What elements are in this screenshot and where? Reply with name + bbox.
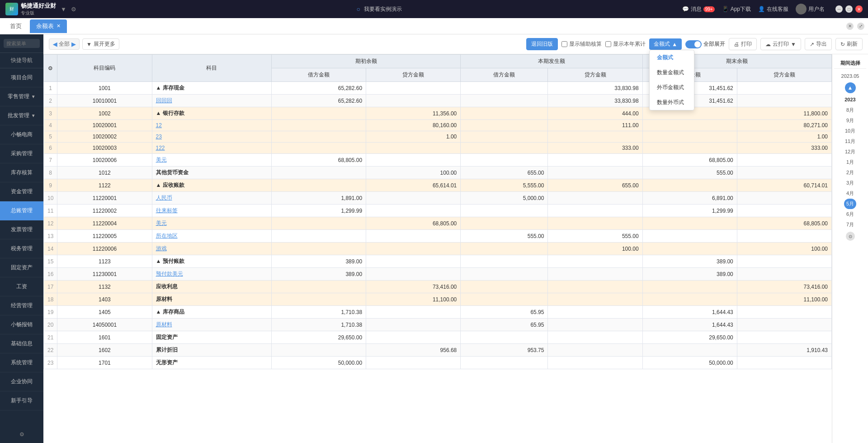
table-row-name[interactable]: ▲ 预付账款 [152,255,271,268]
sidebar-item-purchase[interactable]: 采购管理 [0,144,43,163]
sidebar-item-wholesale[interactable]: 批发管理 ▼ [0,106,43,125]
table-row-name[interactable]: 回回回 [152,95,271,107]
table-row-cb-credit: 60,714.01 [737,179,831,192]
back-old-version-btn[interactable]: 退回旧版 [526,38,558,50]
minimize-btn[interactable]: ─ [835,5,843,13]
format-option-qty-foreign[interactable]: 数量外币式 [650,95,694,110]
table-row-name[interactable]: 所在地区 [152,230,271,243]
table-row-name[interactable]: 12 [152,120,271,131]
table-row-name[interactable]: 原材料 [152,319,271,331]
sidebar-item-retail[interactable]: 零售管理 ▼ [0,87,43,106]
user-info-btn[interactable]: 用户名 [796,4,825,14]
settings-icon[interactable]: ⚙ [71,6,76,13]
show-ytd-checkbox[interactable]: 显示本年累计 [605,40,646,48]
table-row-ob-debit [271,131,366,143]
table-row-pd-credit [548,217,642,230]
month-item-7月[interactable]: 7月 [844,219,856,230]
table-row-name[interactable]: 应收利息 [152,281,271,293]
expand-more-btn[interactable]: ▼ 展开更多 [82,38,119,50]
sidebar-item-report[interactable]: 小畅报销 [0,315,43,334]
table-row-name[interactable]: 累计折旧 [152,344,271,357]
close-btn[interactable]: ✕ [855,5,863,13]
sidebar-item-ops[interactable]: 经营管理 [0,296,43,315]
demo-link[interactable]: 我要看实例演示 [364,5,402,13]
month-item-6月[interactable]: 6月 [844,209,856,219]
sidebar-settings-btn[interactable]: ⚙ [0,426,43,443]
table-row-name[interactable]: 人民币 [152,192,271,205]
table-row-name[interactable]: 预付款美元 [152,268,271,281]
tab-home[interactable]: 首页 [4,19,28,33]
table-row-ob-debit: 1,299.99 [271,205,366,217]
table-row-name[interactable]: 23 [152,131,271,143]
month-item-10月[interactable]: 10月 [844,126,856,136]
table-row-name[interactable]: 游戏 [152,243,271,255]
table-row-ob-credit [366,154,461,167]
month-item-9月[interactable]: 9月 [844,115,856,126]
table-row-name[interactable]: ▲ 应收账款 [152,179,271,192]
tab-fullscreen-btn[interactable]: ⤢ [857,23,864,30]
sidebar-item-project[interactable]: 项目合同 [0,68,43,87]
format-dropdown-btn[interactable]: 金额式 ▲ [649,38,682,50]
table-row-name[interactable]: 美元 [152,154,271,167]
window-dropdown[interactable]: ▼ [61,6,66,13]
show-assist-checkbox[interactable]: 显示辅助核算 [561,40,602,48]
sidebar-item-guide[interactable]: 新手引导 [0,391,43,410]
sidebar-item-tax[interactable]: 税务管理 [0,239,43,258]
online-service-btn[interactable]: 👤 在线客服 [758,5,788,13]
expand-all-toggle[interactable] [685,40,702,48]
breadcrumb: ◀ 全部 ▶ [49,38,80,50]
tab-balance[interactable]: 余额表 ✕ [30,19,67,33]
month-item-5月[interactable]: 5月 [844,199,856,209]
search-input[interactable] [4,39,40,48]
sidebar-item-ecommerce[interactable]: 小畅电商 [0,125,43,144]
table-row-name[interactable]: ▲ 银行存款 [152,107,271,120]
table-row-name[interactable]: 往来标签 [152,205,271,217]
toolbar: ◀ 全部 ▶ ▼ 展开更多 退回旧版 显示辅助核算 [43,34,868,54]
period-prev[interactable]: 2023.05 [834,71,866,81]
sidebar-item-capital[interactable]: 资金管理 [0,182,43,201]
table-row-name[interactable]: 122 [152,143,271,154]
month-item-8月[interactable]: 8月 [844,105,856,115]
table-row-name[interactable]: ▲ 库存商品 [152,306,271,319]
maximize-btn[interactable]: □ [845,5,853,13]
table-row-name[interactable]: ▲ 库存现金 [152,82,271,95]
sidebar-item-accounting[interactable]: 总账管理 [0,201,43,220]
period-collapse-btn[interactable]: ⊙ [846,232,855,241]
message-btn[interactable]: 💬 消息 99+ [682,5,715,13]
table-row-name[interactable]: 美元 [152,217,271,230]
tab-close-btn[interactable]: ✕ [57,23,61,29]
month-item-2月[interactable]: 2月 [844,167,856,178]
print-btn[interactable]: 🖨 打印 [729,38,757,50]
format-option-qty-amount[interactable]: 数量金额式 [650,65,694,80]
month-item-11月[interactable]: 11月 [844,136,856,147]
sidebar-item-coop[interactable]: 企业协同 [0,372,43,391]
export-btn[interactable]: ↗ 导出 [805,38,832,50]
refresh-btn[interactable]: ↻ 刷新 [835,38,863,50]
format-option-amount[interactable]: 金额式 [650,50,694,65]
table-row-name[interactable]: 其他货币资金 [152,167,271,179]
sidebar-item-salary[interactable]: 工资 [0,277,43,296]
table-row-pd-credit: 33,830.98 [548,95,642,107]
cloud-print-btn[interactable]: ☁ 云打印 ▼ [760,38,801,50]
month-item-12月[interactable]: 12月 [844,147,856,157]
table-row-name[interactable]: 无形资产 [152,357,271,369]
table-row-name[interactable]: 固定资产 [152,331,271,344]
format-option-foreign[interactable]: 外币金额式 [650,80,694,95]
app-download-btn[interactable]: 📱 App下载 [722,5,751,13]
month-item-1月[interactable]: 1月 [844,157,856,167]
table-row-num: 15 [44,255,57,268]
period-up-btn[interactable]: ▲ [845,82,856,93]
sidebar-item-basic[interactable]: 基础信息 [0,334,43,353]
month-item-4月[interactable]: 4月 [844,188,856,199]
sidebar-item-system[interactable]: 系统管理 [0,353,43,372]
breadcrumb-forward-arrow[interactable]: ▶ [71,41,75,48]
table-row-ob-debit [271,217,366,230]
table-row-code: 11220002 [57,205,152,217]
table-row-name[interactable]: 原材料 [152,293,271,306]
sidebar-item-inventory[interactable]: 库存核算 [0,163,43,182]
sidebar-item-invoice[interactable]: 发票管理 [0,220,43,239]
sidebar-item-assets[interactable]: 固定资产 [0,258,43,277]
month-item-3月[interactable]: 3月 [844,178,856,188]
table-row-ob-debit: 389.00 [271,255,366,268]
tab-restore-btn[interactable]: ✕ [846,23,854,30]
